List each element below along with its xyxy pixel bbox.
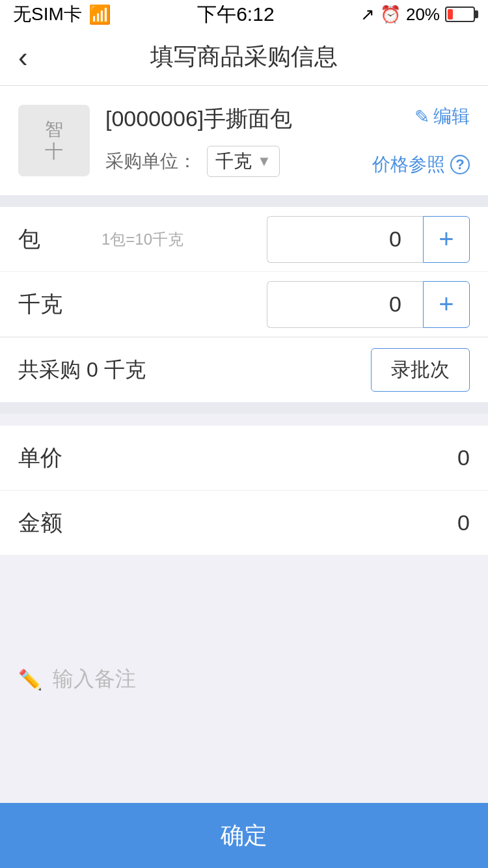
kg-input-row: 千克 + — [0, 272, 488, 337]
input-section: 包 1包=10千克 + 千克 + 共采购 0 千克 录批次 — [0, 207, 488, 402]
edit-icon: ✎ — [414, 106, 429, 128]
unit-selector[interactable]: 千克 ▼ — [207, 146, 280, 177]
status-left: 无SIM卡 📶 — [13, 2, 111, 27]
unit-label: 采购单位： — [105, 149, 197, 174]
product-card: 智 十 [0000006]手撕面包 采购单位： 千克 ▼ ✎ 编辑 价格参照 ? — [0, 86, 488, 195]
chevron-down-icon: ▼ — [257, 153, 271, 170]
kg-label: 千克 — [18, 290, 96, 319]
back-button[interactable]: ‹ — [18, 41, 28, 74]
unit-price-row: 单价 0 — [0, 426, 488, 491]
page-title: 填写商品采购信息 — [150, 41, 338, 73]
bao-sublabel: 1包=10千克 — [102, 229, 183, 250]
bao-plus-button[interactable]: + — [423, 216, 470, 263]
kg-plus-button[interactable]: + — [423, 281, 470, 328]
product-thumbnail: 智 十 — [18, 105, 90, 176]
unit-value: 千克 — [215, 149, 252, 174]
confirm-button-label: 确定 — [221, 820, 267, 852]
unit-price-value: 0 — [457, 445, 470, 470]
unit-price-label: 单价 — [18, 443, 62, 473]
plus-icon-2: + — [439, 290, 454, 319]
status-right: ↗ ⏰ 20% — [360, 5, 475, 25]
product-logo: 智 十 — [45, 118, 63, 162]
amount-label: 金额 — [18, 508, 62, 538]
notes-section[interactable]: ✏️ 输入备注 — [0, 556, 488, 803]
plus-icon: + — [439, 224, 454, 254]
edit-button[interactable]: ✎ 编辑 — [414, 104, 470, 129]
wifi-icon: 📶 — [88, 4, 111, 25]
confirm-bar[interactable]: 确定 — [0, 803, 488, 868]
battery-icon — [445, 7, 475, 22]
location-icon: ↗ — [360, 5, 375, 25]
status-time: 下午6:12 — [197, 1, 274, 28]
help-icon: ? — [450, 155, 470, 174]
notes-placeholder: 输入备注 — [53, 665, 136, 694]
kg-input-right: + — [267, 281, 470, 328]
pencil-icon: ✏️ — [18, 668, 42, 691]
summary-row: 共采购 0 千克 录批次 — [0, 337, 488, 402]
nav-bar: ‹ 填写商品采购信息 — [0, 29, 488, 86]
kg-quantity-input[interactable] — [267, 281, 423, 328]
price-section: 单价 0 金额 0 — [0, 426, 488, 556]
amount-value: 0 — [457, 510, 470, 536]
battery-percent: 20% — [406, 5, 440, 25]
bao-input-right: + — [267, 216, 470, 263]
status-bar: 无SIM卡 📶 下午6:12 ↗ ⏰ 20% — [0, 0, 488, 29]
section-divider-2 — [0, 402, 488, 414]
section-divider-1 — [0, 195, 488, 207]
bao-label: 包 — [18, 224, 96, 254]
bao-input-row: 包 1包=10千克 + — [0, 207, 488, 272]
price-ref-button[interactable]: 价格参照 ? — [372, 152, 470, 177]
amount-row: 金额 0 — [0, 491, 488, 556]
batch-button[interactable]: 录批次 — [371, 348, 470, 392]
carrier-text: 无SIM卡 — [13, 2, 82, 27]
summary-text: 共采购 0 千克 — [18, 356, 146, 385]
bao-quantity-input[interactable] — [267, 216, 423, 263]
alarm-icon: ⏰ — [380, 5, 401, 25]
